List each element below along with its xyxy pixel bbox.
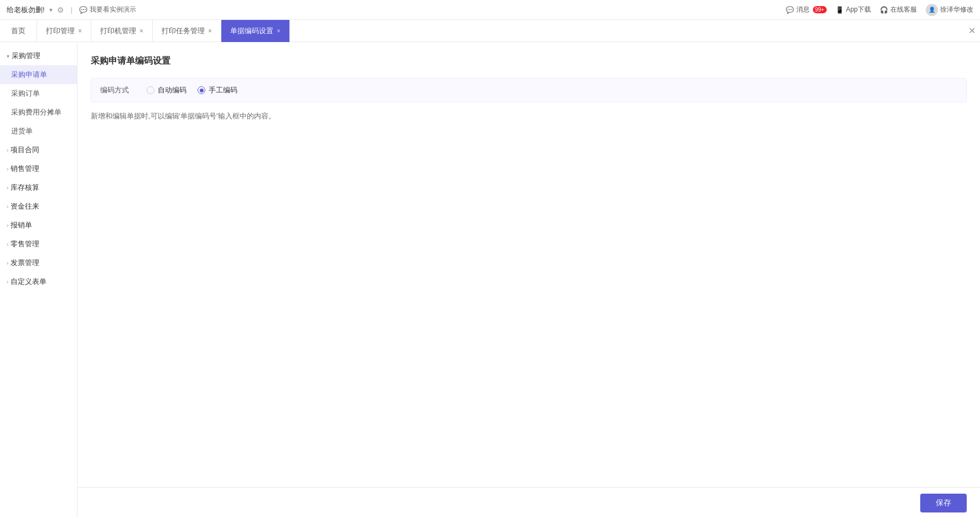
sidebar: ▾ 采购管理 采购申请单 采购订单 采购费用分摊单 进货单 › 项目合同 [0,42,77,518]
online-service-action[interactable]: 🎧 在线客服 [880,5,917,14]
radio-auto-code[interactable]: 自动编码 [147,85,186,95]
top-bar-right: 💬 消息 99+ 📱 App下载 🎧 在线客服 👤 徐泽华修改 [786,4,973,16]
sidebar-group-inventory-title[interactable]: › 库存核算 [0,178,77,197]
custom-forms-arrow-icon: › [7,279,8,285]
encoding-section: 编码方式 自动编码 手工编码 [91,78,967,102]
top-bar: 给老板勿删! ▾ ⚙ | 💬 我要看实例演示 💬 消息 99+ 📱 App下载 … [0,0,980,20]
sidebar-group-returns: › 报销单 [0,216,77,235]
sidebar-group-inventory: › 库存核算 [0,178,77,197]
description-text: 新增和编辑单据时,可以编辑'单据编码号'输入框中的内容。 [91,111,967,121]
retail-arrow-icon: › [7,241,8,247]
demo-icon: 💬 [79,6,87,14]
tab-single-code-setting[interactable]: 单据编码设置 × [221,20,290,42]
tab-close-printer-mgmt[interactable]: × [139,27,143,35]
sidebar-group-custom-forms-title[interactable]: › 自定义表单 [0,272,77,291]
tab-close-single-code-setting[interactable]: × [277,27,281,35]
brand-label: 给老板勿删! [7,5,45,15]
sidebar-group-returns-title[interactable]: › 报销单 [0,216,77,235]
sidebar-group-sales: › 销售管理 [0,159,77,178]
radio-group: 自动编码 手工编码 [147,85,237,95]
user-info[interactable]: 👤 徐泽华修改 [926,4,973,16]
fund-arrow-icon: › [7,204,8,210]
purchase-arrow-icon: ▾ [7,53,9,59]
message-icon: 💬 [786,6,794,14]
tab-home[interactable]: 首页 [0,20,37,42]
content-inner: 采购申请单编码设置 编码方式 自动编码 手工编码 新增和编辑单据时,可以编辑'单… [77,42,980,518]
sidebar-group-invoice: › 发票管理 [0,253,77,272]
inventory-arrow-icon: › [7,185,8,191]
message-action[interactable]: 💬 消息 99+ [786,5,827,14]
sidebar-group-custom-forms: › 自定义表单 [0,272,77,291]
sidebar-group-retail-title[interactable]: › 零售管理 [0,235,77,253]
sidebar-group-fund-title[interactable]: › 资金往来 [0,197,77,216]
app-download-icon: 📱 [836,6,844,14]
sidebar-item-purchase-order[interactable]: 采购订单 [0,84,77,103]
avatar: 👤 [926,4,938,16]
page-title: 采购申请单编码设置 [91,55,967,67]
save-button[interactable]: 保存 [920,494,967,512]
sidebar-group-project-contract-title[interactable]: › 项目合同 [0,141,77,159]
project-arrow-icon: › [7,147,8,153]
radio-auto-circle [147,86,154,94]
tab-bar: 首页 打印管理 × 打印机管理 × 打印任务管理 × 单据编码设置 × ✕ [0,20,980,42]
sidebar-group-invoice-title[interactable]: › 发票管理 [0,253,77,272]
sidebar-item-inbound[interactable]: 进货单 [0,122,77,141]
tab-printer-mgmt[interactable]: 打印机管理 × [91,20,153,42]
main-layout: ▾ 采购管理 采购申请单 采购订单 采购费用分摊单 进货单 › 项目合同 [0,42,980,518]
tab-close-print-mgmt[interactable]: × [78,27,82,35]
demo-link[interactable]: 💬 我要看实例演示 [79,5,136,14]
radio-manual-circle [198,86,205,94]
sidebar-group-sales-title[interactable]: › 销售管理 [0,159,77,178]
message-badge: 99+ [813,6,827,13]
tab-bar-close-icon[interactable]: ✕ [968,25,976,36]
tab-close-print-task-mgmt[interactable]: × [208,27,212,35]
bottom-bar: 保存 [77,487,980,518]
settings-icon[interactable]: ⚙ [57,6,64,14]
content-area: 采购申请单编码设置 编码方式 自动编码 手工编码 新增和编辑单据时,可以编辑'单… [77,42,980,518]
invoice-arrow-icon: › [7,260,8,266]
top-bar-left: 给老板勿删! ▾ ⚙ | 💬 我要看实例演示 [7,5,136,15]
sidebar-item-purchase-request[interactable]: 采购申请单 [0,65,77,84]
brand-arrow[interactable]: ▾ [49,6,53,14]
tab-print-mgmt[interactable]: 打印管理 × [37,20,91,42]
returns-arrow-icon: › [7,222,8,229]
sidebar-group-purchase: ▾ 采购管理 采购申请单 采购订单 采购费用分摊单 进货单 [0,46,77,141]
sidebar-group-fund: › 资金往来 [0,197,77,216]
app-download-action[interactable]: 📱 App下载 [836,5,871,14]
encoding-label: 编码方式 [100,85,133,95]
radio-manual-code[interactable]: 手工编码 [198,85,237,95]
sales-arrow-icon: › [7,166,8,172]
sidebar-group-retail: › 零售管理 [0,235,77,253]
sidebar-group-purchase-title[interactable]: ▾ 采购管理 [0,46,77,65]
sidebar-item-purchase-expense[interactable]: 采购费用分摊单 [0,103,77,122]
headset-icon: 🎧 [880,6,888,14]
tab-print-task-mgmt[interactable]: 打印任务管理 × [153,20,221,42]
sidebar-group-project-contract: › 项目合同 [0,141,77,159]
